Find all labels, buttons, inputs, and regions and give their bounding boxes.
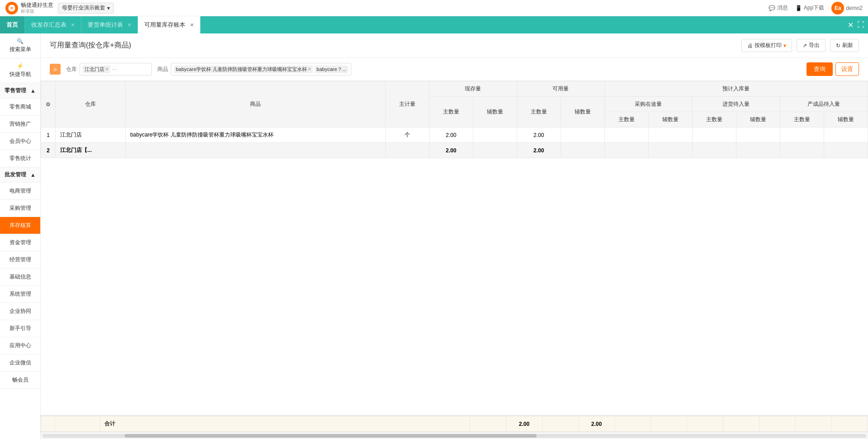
sidebar-item-zero-stats[interactable]: 零售统计 [0, 150, 40, 167]
footer-ip-main [723, 416, 760, 432]
page-actions: 🖨 按模板打印 ▾ ↗ 导出 ↻ 刷新 [741, 39, 859, 52]
sidebar-item-quicknav[interactable]: ⚡ 快捷导航 [0, 58, 40, 83]
col-stock-group: 现存量 [429, 81, 517, 97]
tab-shoufa[interactable]: 收发存汇总表 × [25, 16, 81, 33]
product-filter-label: 商品 [157, 66, 168, 73]
refresh-btn[interactable]: ↻ 刷新 [830, 39, 859, 52]
sidebar-item-appcenter[interactable]: 应用中心 [0, 337, 40, 354]
close-all-tabs-icon[interactable]: ✕ [848, 21, 854, 29]
row-1-pt-aux [648, 127, 692, 143]
page-header: 可用量查询(按仓库+商品) 🖨 按模板打印 ▾ ↗ 导出 ↻ 刷新 [41, 33, 868, 58]
row-2-pp-aux [824, 143, 868, 158]
nav-icon: ⚡ [17, 63, 24, 69]
table-settings-col[interactable]: ⚙ [41, 81, 56, 127]
sidebar-item-purchase[interactable]: 采购管理 [0, 200, 40, 217]
template-print-btn[interactable]: 🖨 按模板打印 ▾ [741, 39, 792, 52]
row-1-stock-aux [473, 127, 517, 143]
col-purchase-transit-group: 采购在途量 [604, 97, 692, 112]
sidebar-item-collab[interactable]: 企业协同 [0, 303, 40, 320]
sidebar-item-member[interactable]: 会员中心 [0, 133, 40, 150]
sidebar-item-newguide[interactable]: 新手引导 [0, 320, 40, 337]
sidebar-item-search[interactable]: 🔍 搜索菜单 [0, 33, 40, 58]
sidebar-item-member2[interactable]: 畅会员 [0, 372, 40, 389]
chevron-down-icon: ▾ [783, 42, 786, 49]
col-available-main: 主数量 [517, 97, 561, 127]
filter-actions: 查询 设置 [807, 62, 859, 76]
footer-available-aux [615, 416, 651, 432]
tab-home[interactable]: 首页 [0, 16, 25, 33]
row-1-index: 1 [41, 127, 56, 143]
tab-keyongliang[interactable]: 可用量库存账本 × [138, 16, 200, 33]
message-btn[interactable]: 💬 消息 [769, 4, 788, 12]
table-wrapper: ⚙ 仓库 商品 主计量 现存量 可用量 预计入库量 主数量 辅数量 主数量 [41, 81, 868, 415]
refresh-label: 刷新 [842, 42, 853, 49]
warehouse-filter-group: 仓库 江北门店 × ··· [66, 63, 152, 76]
col-stock-aux: 辅数量 [473, 97, 517, 127]
maximize-icon[interactable]: ⛶ [857, 21, 864, 29]
sidebar-item-basic[interactable]: 基础信息 [0, 269, 40, 286]
warehouse-filter-tags[interactable]: 江北门店 × ··· [80, 63, 152, 76]
logo-text: 畅捷通好生意 标准版 [21, 2, 53, 14]
sidebar-item-corpwechat[interactable]: 企业微信 [0, 354, 40, 372]
export-label: 导出 [809, 42, 820, 49]
sidebar-search-label: 搜索菜单 [9, 46, 31, 53]
sidebar-item-ops[interactable]: 经营管理 [0, 251, 40, 269]
row-1-available-main: 2.00 [517, 127, 561, 143]
query-btn[interactable]: 查询 [807, 62, 833, 76]
horizontal-scrollbar[interactable] [41, 432, 868, 439]
warehouse-ellipsis[interactable]: ··· [112, 66, 117, 72]
user-area[interactable]: Ea demo2 [831, 2, 863, 14]
warehouse-tag-jiangbei: 江北门店 × [83, 66, 110, 73]
table-row: 2 江北门店【... 2.00 2.00 [41, 143, 868, 158]
row-1-ip-aux [736, 127, 780, 143]
row-2-stock-aux [473, 143, 517, 158]
sidebar-item-marketing[interactable]: 营销推广 [0, 116, 40, 133]
footer-pt-aux [687, 416, 723, 432]
settings-btn[interactable]: 设置 [835, 62, 859, 76]
row-2-index: 2 [41, 143, 56, 158]
product-tag-1-remove[interactable]: × [308, 66, 311, 72]
col-production-pending-group: 产成品待入量 [780, 97, 868, 112]
table-footer: 合计 2.00 2.00 [41, 415, 868, 432]
col-inbound-pending-group: 进货待入量 [692, 97, 780, 112]
tab-yaohuo-close[interactable]: × [127, 21, 131, 28]
footer-stock-aux [542, 416, 579, 432]
warehouse-tag-remove[interactable]: × [105, 66, 108, 72]
footer-placeholder-1 [41, 416, 55, 432]
data-table: ⚙ 仓库 商品 主计量 现存量 可用量 预计入库量 主数量 辅数量 主数量 [41, 81, 868, 158]
export-btn[interactable]: ↗ 导出 [797, 39, 826, 52]
batch-label: 批发管理 [5, 171, 26, 179]
row-2-ip-main [692, 143, 736, 158]
chevron-down-icon: ▾ [107, 5, 110, 11]
search-icon: 🔍 [17, 38, 24, 44]
sidebar-item-zero-mall[interactable]: 零售商城 [0, 99, 40, 116]
filter-expand-btn[interactable]: » [50, 64, 61, 75]
filter-area: » 仓库 江北门店 × ··· 商品 babycare学饮杯 儿童防摔防撞吸管杯… [41, 58, 868, 81]
product-filter-tags[interactable]: babycare学饮杯 儿童防摔防撞吸管杯重力球吸嘴杯宝宝水杯 × babyca… [171, 63, 351, 76]
footer-pt-main [651, 416, 687, 432]
scrollbar-thumb[interactable] [125, 434, 537, 438]
tab-shoufa-label: 收发存汇总表 [31, 21, 66, 29]
template-selector[interactable]: 母婴行业演示账套 ▾ [58, 3, 114, 14]
row-1-pp-aux [824, 127, 868, 143]
app-download-btn[interactable]: 📱 App下载 [795, 4, 824, 12]
sidebar-group-zero-sales[interactable]: 零售管理 ▲ [0, 83, 40, 99]
tab-keyongliang-close[interactable]: × [190, 21, 193, 28]
zero-stats-label: 零售统计 [9, 155, 31, 162]
chevron-right-icon: » [53, 66, 57, 73]
col-available-aux: 辅数量 [561, 97, 604, 127]
tab-yaohuo[interactable]: 要货单统计表 × [81, 16, 138, 33]
app-download-label: App下载 [804, 4, 824, 12]
row-1-stock-main: 2.00 [429, 127, 473, 143]
sidebar-item-finance[interactable]: 资金管理 [0, 234, 40, 251]
sidebar-item-system[interactable]: 系统管理 [0, 286, 40, 303]
footer-available-main: 2.00 [579, 416, 615, 432]
row-2-available-aux [561, 143, 604, 158]
sidebar-item-ecommerce[interactable]: 电商管理 [0, 183, 40, 200]
col-warehouse: 仓库 [56, 81, 126, 127]
tab-shoufa-close[interactable]: × [71, 21, 75, 28]
corpwechat-label: 企业微信 [9, 359, 31, 367]
sidebar-item-inventory[interactable]: 库存核算 [0, 217, 40, 234]
sidebar-group-batch[interactable]: 批发管理 ▲ [0, 167, 40, 183]
tab-keyongliang-label: 可用量库存账本 [144, 21, 185, 29]
